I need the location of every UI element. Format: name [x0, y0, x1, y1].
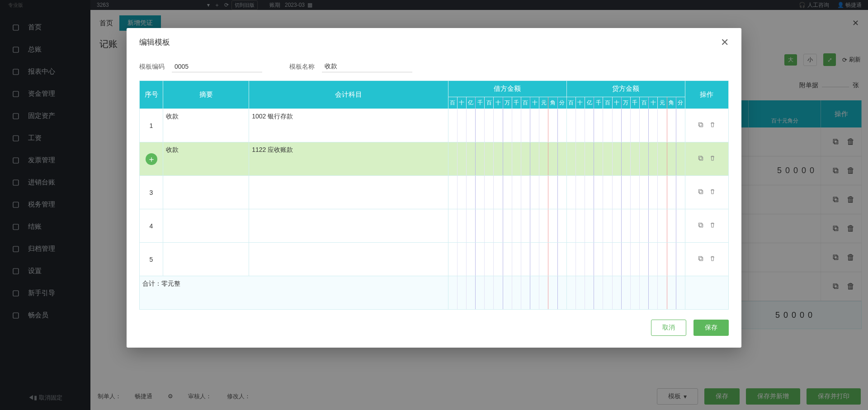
row-debit[interactable] [448, 176, 566, 209]
row-credit[interactable] [567, 209, 685, 242]
row-seq: ＋ [140, 142, 163, 176]
row-credit[interactable] [567, 176, 685, 209]
dialog-save-button[interactable]: 保存 [693, 320, 729, 336]
template-code-label: 模板编码 [139, 63, 165, 71]
template-name-label: 模板名称 [289, 63, 315, 71]
col-seq: 序号 [140, 81, 163, 109]
template-name-input[interactable] [322, 61, 412, 72]
row-abstract[interactable]: 收款 [163, 109, 249, 142]
row-credit[interactable] [567, 142, 685, 175]
copy-row-icon[interactable] [697, 188, 704, 197]
add-row-button[interactable]: ＋ [146, 153, 157, 165]
svg-rect-18 [700, 190, 703, 193]
row-credit[interactable] [567, 243, 685, 276]
template-row[interactable]: 3 [140, 176, 729, 209]
delete-row-icon[interactable] [709, 155, 716, 163]
template-row[interactable]: 1收款1002 银行存款 [140, 109, 729, 142]
row-credit[interactable] [567, 109, 685, 142]
svg-rect-14 [700, 123, 703, 127]
dialog-close-icon[interactable]: ✕ [721, 38, 729, 47]
copy-row-icon[interactable] [697, 155, 704, 163]
template-table: 序号 摘要 会计科目 借方金额 贷方金额 操作 百十亿千百十万千百十元角分 百十… [139, 80, 729, 310]
row-account[interactable] [249, 209, 448, 243]
row-debit[interactable] [448, 142, 566, 175]
col-ops: 操作 [685, 81, 728, 109]
delete-row-icon[interactable] [709, 255, 716, 264]
copy-row-icon[interactable] [697, 121, 704, 130]
row-abstract[interactable]: 收款 [163, 142, 249, 176]
delete-row-icon[interactable] [709, 188, 716, 197]
row-account[interactable]: 1122 应收账款 [249, 142, 448, 176]
copy-row-icon[interactable] [697, 221, 704, 230]
row-seq: 4 [140, 209, 163, 243]
svg-rect-20 [700, 224, 703, 227]
col-credit: 贷方金额 [566, 81, 685, 97]
svg-rect-17 [699, 156, 702, 159]
template-row[interactable]: 4 [140, 209, 729, 243]
svg-rect-21 [699, 223, 702, 226]
template-row[interactable]: 5 [140, 243, 729, 276]
row-account[interactable] [249, 176, 448, 209]
row-abstract[interactable] [163, 209, 249, 243]
row-abstract[interactable] [163, 243, 249, 276]
delete-row-icon[interactable] [709, 121, 716, 130]
col-debit: 借方金额 [448, 81, 566, 97]
row-account[interactable] [249, 243, 448, 276]
copy-row-icon[interactable] [697, 255, 704, 264]
edit-template-dialog: 编辑模板 ✕ 模板编码 模板名称 序号 摘要 会计科目 借方金额 贷 [127, 28, 741, 348]
row-debit[interactable] [448, 209, 566, 242]
row-debit[interactable] [448, 243, 566, 276]
row-seq: 3 [140, 176, 163, 209]
svg-rect-19 [699, 189, 702, 193]
row-abstract[interactable] [163, 176, 249, 209]
delete-row-icon[interactable] [709, 221, 716, 230]
template-code-input[interactable] [172, 61, 262, 72]
svg-rect-15 [699, 123, 702, 126]
col-account: 会计科目 [249, 81, 448, 109]
cancel-button[interactable]: 取消 [651, 320, 686, 336]
svg-rect-16 [700, 157, 703, 160]
total-cell: 合计：零元整 [140, 276, 448, 310]
row-debit[interactable] [448, 109, 566, 142]
row-seq: 5 [140, 243, 163, 276]
svg-rect-23 [699, 256, 702, 259]
template-row[interactable]: ＋收款1122 应收账款 [140, 142, 729, 176]
dialog-title: 编辑模板 [139, 37, 170, 47]
col-abstract: 摘要 [163, 81, 249, 109]
row-seq: 1 [140, 109, 163, 142]
svg-rect-22 [700, 257, 703, 260]
row-account[interactable]: 1002 银行存款 [249, 109, 448, 142]
